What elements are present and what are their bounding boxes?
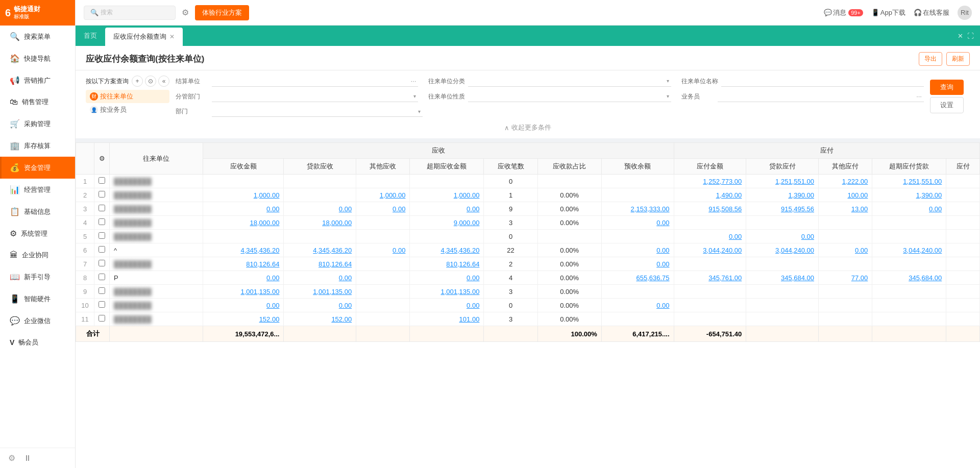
- sidebar-item-fund[interactable]: 💰 资金管理: [0, 157, 75, 179]
- cell-checkbox[interactable]: [94, 271, 110, 285]
- amount-link[interactable]: 655,636.75: [636, 274, 669, 282]
- partner-name-input[interactable]: [721, 76, 924, 87]
- salesman-input-wrap[interactable]: ···: [718, 91, 924, 102]
- amount-link[interactable]: 0.00: [266, 274, 279, 282]
- tab-receivable[interactable]: 应收应付余额查询 ✕: [105, 28, 183, 46]
- amount-link[interactable]: 915,508.56: [708, 205, 742, 213]
- online-service[interactable]: 🎧 在线客服: [914, 8, 949, 17]
- message-area[interactable]: 💬 消息 99+: [824, 8, 863, 17]
- amount-link[interactable]: 0.00: [266, 205, 279, 213]
- dept2-input[interactable]: [214, 108, 418, 115]
- amount-link[interactable]: 345,684.00: [909, 274, 942, 282]
- amount-link[interactable]: 0.00: [656, 247, 669, 254]
- row-checkbox[interactable]: [99, 246, 105, 253]
- partner-category-input-wrap[interactable]: ▾: [468, 76, 671, 87]
- add-filter-btn[interactable]: +: [132, 76, 143, 87]
- industry-btn[interactable]: 体验行业方案: [195, 5, 249, 20]
- query-button[interactable]: 查询: [930, 80, 964, 95]
- amount-link[interactable]: 1,251,551.00: [775, 178, 814, 185]
- settlement-unit-input-wrap[interactable]: ···: [212, 76, 418, 87]
- sidebar-item-purchase[interactable]: 🛒 采购管理: [0, 113, 75, 135]
- cell-checkbox[interactable]: [94, 243, 110, 257]
- sidebar-item-business[interactable]: 📊 经营管理: [0, 179, 75, 201]
- chevron-down-icon[interactable]: ▾: [667, 78, 669, 84]
- row-checkbox[interactable]: [99, 191, 105, 198]
- amount-link[interactable]: 345,684.00: [781, 274, 814, 282]
- row-checkbox[interactable]: [99, 301, 105, 308]
- collapse-bottom-icon[interactable]: ⏸: [23, 454, 32, 463]
- amount-link[interactable]: 0.00: [339, 205, 352, 213]
- amount-link[interactable]: 152.00: [259, 315, 280, 323]
- amount-link[interactable]: 2,153,333.00: [631, 205, 670, 213]
- amount-link[interactable]: 0.00: [929, 205, 942, 213]
- sidebar-item-enterprise[interactable]: 🏛 企业协同: [0, 244, 75, 266]
- collapse-row[interactable]: ∧ 收起更多条件: [86, 121, 970, 133]
- cell-checkbox[interactable]: [94, 202, 110, 216]
- th-settings[interactable]: ⚙: [94, 143, 110, 175]
- amount-link[interactable]: 0.00: [801, 233, 814, 240]
- tab-expand-icon[interactable]: ⛶: [967, 32, 974, 40]
- settlement-dots-icon[interactable]: ···: [410, 77, 416, 85]
- salesman-dots-icon[interactable]: ···: [916, 92, 922, 100]
- row-checkbox[interactable]: [99, 218, 105, 225]
- amount-link[interactable]: 1,222.00: [842, 178, 868, 185]
- amount-link[interactable]: 0.00: [393, 247, 405, 254]
- amount-link[interactable]: 0.00: [266, 302, 279, 309]
- cell-checkbox[interactable]: [94, 312, 110, 326]
- amount-link[interactable]: 4,345,436.20: [240, 247, 279, 254]
- sidebar-item-newbie[interactable]: 📖 新手引导: [0, 266, 75, 288]
- row-checkbox[interactable]: [99, 177, 105, 184]
- row-checkbox[interactable]: [99, 232, 105, 239]
- amount-link[interactable]: 810,126.64: [446, 260, 479, 268]
- amount-link[interactable]: 18,000.00: [250, 219, 280, 227]
- scheme-by-salesman[interactable]: 👤 按业务员: [86, 103, 169, 116]
- cell-checkbox[interactable]: [94, 285, 110, 299]
- cell-checkbox[interactable]: [94, 216, 110, 230]
- row-checkbox[interactable]: [99, 315, 105, 322]
- amount-link[interactable]: 152.00: [331, 315, 352, 323]
- amount-link[interactable]: 810,126.64: [318, 260, 352, 268]
- cell-checkbox[interactable]: [94, 257, 110, 271]
- amount-link[interactable]: 0.00: [855, 247, 868, 254]
- sidebar-item-search[interactable]: 🔍 搜索菜单: [0, 26, 75, 47]
- amount-link[interactable]: 0.00: [467, 274, 479, 282]
- chevron-down-icon-2[interactable]: ▾: [413, 93, 416, 99]
- avatar[interactable]: Rit: [958, 6, 972, 20]
- dept2-input-wrap[interactable]: ▾: [212, 106, 423, 117]
- row-checkbox[interactable]: [99, 260, 105, 266]
- gear-icon[interactable]: ⚙: [182, 8, 189, 17]
- refresh-button[interactable]: 刷新: [946, 52, 970, 66]
- amount-link[interactable]: 0.00: [656, 219, 669, 227]
- dept-input[interactable]: [214, 93, 413, 100]
- row-checkbox[interactable]: [99, 287, 105, 294]
- partner-nature-input[interactable]: [470, 93, 666, 100]
- amount-link[interactable]: 3,044,240.00: [903, 247, 942, 254]
- amount-link[interactable]: 77.00: [851, 274, 868, 282]
- sidebar-item-inventory[interactable]: 🏢 库存核算: [0, 135, 75, 157]
- sidebar-item-wechat[interactable]: 💬 企业微信: [0, 310, 75, 332]
- dept-input-wrap[interactable]: ▾: [212, 91, 418, 102]
- row-checkbox[interactable]: [99, 274, 105, 280]
- amount-link[interactable]: 1,001,135.00: [240, 288, 279, 295]
- partner-nature-input-wrap[interactable]: ▾: [468, 91, 671, 102]
- amount-link[interactable]: 13.00: [851, 205, 868, 213]
- amount-link[interactable]: 18,000.00: [322, 219, 352, 227]
- amount-link[interactable]: 0.00: [729, 233, 742, 240]
- partner-category-input[interactable]: [470, 78, 666, 85]
- amount-link[interactable]: 3,044,240.00: [775, 247, 814, 254]
- scheme-by-partner[interactable]: 财 按往来单位: [86, 90, 169, 103]
- amount-link[interactable]: 1,001,135.00: [440, 288, 479, 295]
- sidebar-item-system[interactable]: ⚙ 系统管理: [0, 223, 75, 244]
- amount-link[interactable]: 0.00: [339, 302, 352, 309]
- amount-link[interactable]: 101.00: [459, 315, 480, 323]
- chevron-down-icon-3[interactable]: ▾: [667, 93, 669, 99]
- chevron-down-icon-4[interactable]: ▾: [418, 109, 421, 114]
- amount-link[interactable]: 0.00: [393, 205, 405, 213]
- amount-link[interactable]: 1,000.00: [454, 191, 480, 199]
- amount-link[interactable]: 810,126.64: [246, 260, 279, 268]
- collapse-filter-btn[interactable]: «: [158, 76, 169, 87]
- amount-link[interactable]: 0.00: [656, 302, 669, 309]
- sidebar-item-member[interactable]: V 畅会员: [0, 332, 75, 353]
- setting-button[interactable]: 设置: [930, 97, 964, 113]
- amount-link[interactable]: 1,252,773.00: [703, 178, 742, 185]
